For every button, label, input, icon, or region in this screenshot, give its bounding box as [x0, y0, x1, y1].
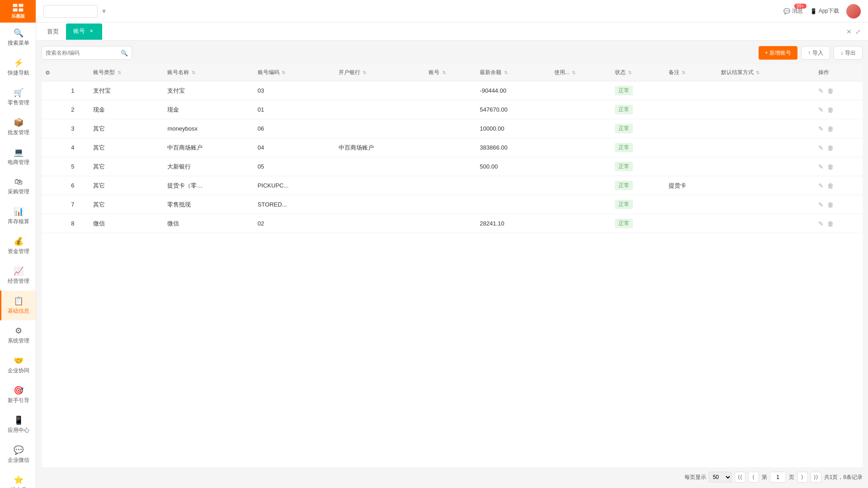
- cell-action-3: ✎ 🗑: [815, 138, 863, 157]
- cell-action-4: ✎ 🗑: [815, 157, 863, 176]
- sidebar-item-search-menu[interactable]: 🔍搜索菜单: [0, 23, 36, 52]
- edit-button-1[interactable]: ✎: [818, 106, 824, 113]
- delete-button-6[interactable]: 🗑: [827, 201, 834, 208]
- cell-balance-0: -90444.00: [476, 81, 550, 100]
- tab-maximize-area: ✕ ⤢: [846, 28, 864, 35]
- sidebar-item-wholesale[interactable]: 📦批发管理: [0, 112, 36, 142]
- nav-label-enterprise-wechat: 企业微信: [8, 456, 29, 464]
- sidebar-item-inventory[interactable]: 📊库存核算: [0, 201, 36, 231]
- action-btns-3: ✎ 🗑: [818, 144, 859, 151]
- cell-index-4: 5: [67, 157, 90, 176]
- cell-index-6: 7: [67, 195, 90, 214]
- nav-icon-search-menu: 🔍: [14, 28, 24, 38]
- next-page-button[interactable]: ⟩: [797, 472, 808, 483]
- export-button[interactable]: ↓ 导出: [834, 46, 863, 60]
- cell-status-0: 正常: [611, 81, 665, 100]
- app-icon: 📱: [810, 8, 817, 14]
- delete-button-5[interactable]: 🗑: [827, 182, 834, 189]
- nav-label-inventory: 库存核算: [8, 218, 29, 225]
- edit-button-5[interactable]: ✎: [818, 182, 824, 189]
- sidebar-item-quick-nav[interactable]: ⚡快捷导航: [0, 52, 36, 82]
- tab-account-close[interactable]: ✕: [88, 28, 95, 35]
- sidebar-item-app-center[interactable]: 📱应用中心: [0, 410, 36, 440]
- delete-button-3[interactable]: 🗑: [827, 144, 834, 151]
- import-button[interactable]: ↑ 导入: [801, 46, 830, 60]
- nav-icon-wholesale: 📦: [14, 117, 24, 127]
- delete-button-7[interactable]: 🗑: [827, 220, 834, 227]
- cell-type-1: 现金: [90, 100, 164, 119]
- sidebar-item-new-guide[interactable]: 🎯新手引导: [0, 380, 36, 410]
- sidebar-item-ecommerce[interactable]: 💻电商管理: [0, 142, 36, 172]
- add-account-button[interactable]: + 新增账号: [759, 46, 797, 60]
- col-remark[interactable]: 备注 ⇅: [665, 64, 718, 81]
- edit-button-7[interactable]: ✎: [818, 220, 824, 227]
- close-tab-button[interactable]: ✕: [846, 28, 852, 35]
- col-account[interactable]: 账号 ⇅: [425, 64, 476, 81]
- header-dropdown-icon[interactable]: ▾: [102, 7, 106, 15]
- per-page-select[interactable]: 50 100 200: [709, 472, 732, 483]
- cell-bank-6: [335, 195, 425, 214]
- app-download-button[interactable]: 📱 App下载: [810, 7, 839, 15]
- tab-home[interactable]: 首页: [40, 23, 66, 40]
- col-usage[interactable]: 使用... ⇅: [551, 64, 611, 81]
- sidebar-item-purchase[interactable]: 🛍采购管理: [0, 172, 36, 201]
- maximize-tab-button[interactable]: ⤢: [855, 28, 861, 35]
- cell-remark-3: [665, 138, 718, 157]
- page-input[interactable]: [770, 472, 786, 483]
- col-balance[interactable]: 最新余额 ⇅: [476, 64, 550, 81]
- sidebar-item-operation[interactable]: 📈经营管理: [0, 261, 36, 291]
- sidebar-item-system[interactable]: ⚙系统管理: [0, 320, 36, 350]
- sidebar-item-retail[interactable]: 🛒零售管理: [0, 82, 36, 112]
- col-code[interactable]: 账号编码 ⇅: [254, 64, 335, 81]
- delete-button-4[interactable]: 🗑: [827, 163, 834, 170]
- col-default-payment[interactable]: 默认结算方式 ⇅: [717, 64, 815, 81]
- cell-bank-5: [335, 176, 425, 195]
- cell-settings-2: [42, 119, 67, 138]
- cell-status-3: 正常: [611, 138, 665, 157]
- cell-remark-1: [665, 100, 718, 119]
- first-page-button[interactable]: ⟨⟨: [735, 472, 745, 483]
- cell-payment-4: [717, 157, 815, 176]
- cell-remark-7: [665, 214, 718, 233]
- edit-button-2[interactable]: ✎: [818, 125, 824, 132]
- avatar[interactable]: [846, 4, 861, 19]
- sidebar-item-basic-info[interactable]: 📋基础信息: [0, 291, 36, 320]
- edit-button-4[interactable]: ✎: [818, 163, 824, 170]
- sidebar-item-vip-member[interactable]: ⭐畅会员: [0, 469, 36, 488]
- cell-name-5: 提货卡（零…: [164, 176, 254, 195]
- account-table-wrap: ⚙ 账号类型 ⇅ 账号名称 ⇅ 账号编码 ⇅ 开户银行 ⇅ 账号 ⇅ 最新余额 …: [42, 64, 863, 467]
- search-icon[interactable]: 🔍: [121, 50, 128, 56]
- search-input[interactable]: [46, 50, 121, 56]
- tab-account[interactable]: 账号 ✕: [66, 23, 102, 40]
- col-type[interactable]: 账号类型 ⇅: [90, 64, 164, 81]
- sidebar-item-enterprise-wechat[interactable]: 💬企业微信: [0, 440, 36, 469]
- cell-code-3: 04: [254, 138, 335, 157]
- prev-page-button[interactable]: ⟨: [748, 472, 759, 483]
- message-button[interactable]: 💬 消息 99+: [783, 7, 803, 15]
- header-right: 💬 消息 99+ 📱 App下载: [783, 4, 861, 19]
- sidebar-item-company-agreement[interactable]: 🤝企业协同: [0, 350, 36, 380]
- sidebar-item-finance[interactable]: 💰资金管理: [0, 231, 36, 261]
- delete-button-2[interactable]: 🗑: [827, 125, 834, 132]
- edit-button-0[interactable]: ✎: [818, 87, 824, 94]
- delete-button-1[interactable]: 🗑: [827, 106, 834, 113]
- status-badge-5: 正常: [615, 181, 633, 190]
- delete-button-0[interactable]: 🗑: [827, 87, 834, 94]
- edit-button-6[interactable]: ✎: [818, 201, 824, 208]
- col-settings[interactable]: ⚙: [42, 64, 67, 81]
- cell-index-2: 3: [67, 119, 90, 138]
- cell-code-4: 05: [254, 157, 335, 176]
- nav-items: 🔍搜索菜单⚡快捷导航🛒零售管理📦批发管理💻电商管理🛍采购管理📊库存核算💰资金管理…: [0, 23, 36, 488]
- col-status[interactable]: 状态 ⇅: [611, 64, 665, 81]
- action-btns-5: ✎ 🗑: [818, 182, 859, 189]
- cell-usage-6: [551, 195, 611, 214]
- cell-code-2: 06: [254, 119, 335, 138]
- last-page-button[interactable]: ⟩⟩: [811, 472, 821, 483]
- cell-action-5: ✎ 🗑: [815, 176, 863, 195]
- cell-remark-5: 提货卡: [665, 176, 718, 195]
- edit-button-3[interactable]: ✎: [818, 144, 824, 151]
- col-name[interactable]: 账号名称 ⇅: [164, 64, 254, 81]
- sort-icon-bank: ⇅: [363, 70, 366, 75]
- col-bank[interactable]: 开户银行 ⇅: [335, 64, 425, 81]
- header-search-input[interactable]: [43, 5, 98, 18]
